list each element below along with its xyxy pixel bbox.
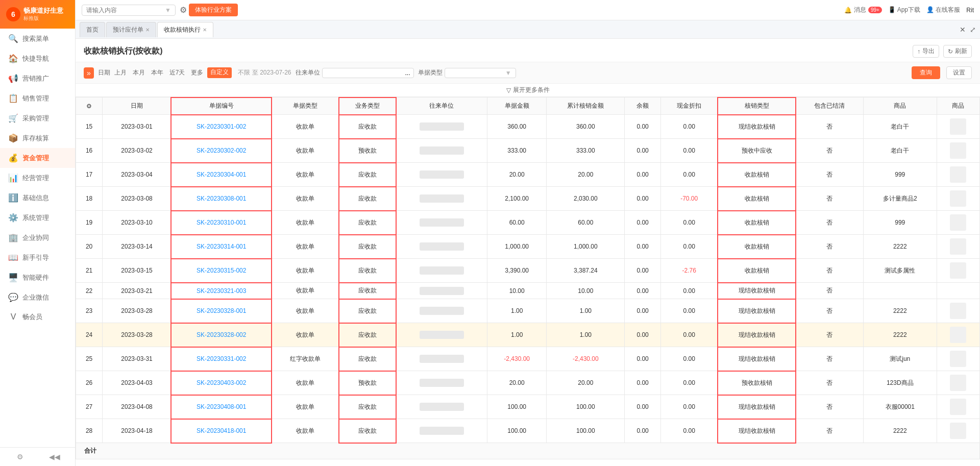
doc-type-select[interactable]: ▼: [445, 68, 516, 78]
col-balance-header[interactable]: 余额: [625, 97, 660, 115]
sidebar-item-basic[interactable]: ℹ️ 基础信息: [0, 188, 75, 208]
sidebar-label-purchase: 采购管理: [22, 114, 49, 123]
cell-no-7: 22: [76, 283, 103, 299]
col-date-header[interactable]: 日期: [103, 97, 172, 115]
topbar-search-input[interactable]: [86, 7, 163, 14]
tab-receipt-exec[interactable]: 收款核销执行 ✕: [157, 22, 213, 37]
refresh-btn[interactable]: ↻ 刷新: [943, 45, 972, 58]
doc-no-link-13[interactable]: SK-20230418-001: [197, 427, 246, 434]
filter-settings-btn[interactable]: 设置: [946, 66, 972, 79]
col-biz-type-header[interactable]: 业务类型: [339, 97, 396, 115]
this-year-btn[interactable]: 本年: [149, 67, 165, 78]
sidebar-settings-btn[interactable]: ⚙: [5, 453, 36, 461]
doc-no-link-6[interactable]: SK-20230315-002: [197, 267, 246, 274]
doc-no-link-1[interactable]: SK-20230302-002: [197, 147, 246, 154]
sidebar-item-search[interactable]: 🔍 搜索菜单: [0, 29, 75, 48]
cell-goods-img-6: [937, 259, 979, 283]
cell-goods-4: 999: [863, 211, 937, 235]
user-avatar[interactable]: Rit: [966, 7, 974, 14]
tab-prepay-close[interactable]: ✕: [145, 27, 150, 33]
col-goods-header[interactable]: 商品: [863, 97, 937, 115]
goods-thumb-6: [950, 262, 966, 279]
tab-prepay[interactable]: 预计应付单 ✕: [106, 22, 156, 37]
col-include-settled-header[interactable]: 包含已结清: [796, 97, 863, 115]
cell-goods-img-8: [937, 299, 979, 323]
data-table: ⚙ 日期 单据编号 单据类型 业务类型 往来单位 单据金额 累计核销金额 余额 …: [76, 97, 980, 459]
date-filter-group: 日期 上月 本月 本年 近7天 更多 自定义 不限 至 2023-07-26: [98, 67, 291, 78]
cell-include-settled-0: 否: [796, 115, 863, 139]
topbar-config-icon[interactable]: ⚙: [180, 5, 187, 15]
sidebar-item-inventory[interactable]: 📦 库存核算: [0, 128, 75, 148]
cell-partner-6: ██████: [396, 259, 487, 283]
date-range-text: 不限 至 2023-07-26: [238, 68, 291, 77]
doc-no-link-12[interactable]: SK-20230408-001: [197, 403, 246, 410]
app-download-btn[interactable]: 📱 App下载: [888, 6, 920, 14]
custom-date-btn[interactable]: 自定义: [207, 67, 232, 78]
tab-expand-btn[interactable]: ⤢: [970, 26, 976, 34]
cell-balance-2: 0.00: [625, 163, 660, 187]
cell-goods-12: 衣服00001: [863, 395, 937, 419]
doc-no-link-2[interactable]: SK-20230304-001: [197, 171, 246, 178]
sidebar-logo: 6 畅康道好生意 标推版: [0, 0, 75, 29]
cell-include-settled-9: 否: [796, 323, 863, 347]
sidebar-item-system[interactable]: ⚙️ 系统管理: [0, 208, 75, 228]
cell-discount-4: 0.00: [660, 211, 718, 235]
doc-no-link-10[interactable]: SK-20230331-002: [197, 355, 246, 362]
last-7days-btn[interactable]: 近7天: [167, 67, 187, 78]
tab-home[interactable]: 首页: [80, 22, 105, 37]
cell-doc-type-13: 收款单: [272, 419, 339, 443]
tab-close-all-btn[interactable]: ✕: [960, 26, 966, 34]
doc-no-link-9[interactable]: SK-20230328-002: [197, 331, 246, 338]
export-btn[interactable]: ↑ 导出: [913, 45, 939, 58]
sidebar-item-marketing[interactable]: 📢 营销推广: [0, 68, 75, 88]
sidebar-item-finance[interactable]: 💰 资金管理: [0, 148, 75, 168]
partner-input-wrapper[interactable]: ...: [322, 68, 414, 78]
col-cancel-type-header[interactable]: 核销类型: [718, 97, 796, 115]
doc-no-link-8[interactable]: SK-20230328-001: [197, 307, 246, 314]
sidebar-item-guide[interactable]: 📖 新手引导: [0, 248, 75, 267]
doc-no-link-4[interactable]: SK-20230310-001: [197, 219, 246, 226]
sidebar-item-corp[interactable]: 🏢 企业协同: [0, 228, 75, 248]
tab-receipt-exec-close[interactable]: ✕: [203, 27, 207, 33]
cell-partner-1: ██████: [396, 139, 487, 163]
col-goods2-header[interactable]: 商品: [937, 97, 979, 115]
expand-more-btn[interactable]: ▽ 展开更多条件: [506, 86, 550, 94]
query-btn[interactable]: 查询: [912, 66, 940, 79]
sidebar-item-purchase[interactable]: 🛒 采购管理: [0, 108, 75, 128]
sidebar-collapse-btn[interactable]: ◀◀: [40, 453, 70, 461]
partner-input[interactable]: [326, 69, 405, 77]
cell-cum-cancel-4: 60.00: [547, 211, 625, 235]
col-discount-header[interactable]: 现金折扣: [660, 97, 718, 115]
this-month-btn[interactable]: 本月: [131, 67, 147, 78]
col-cum-cancel-header[interactable]: 累计核销金额: [547, 97, 625, 115]
last-month-btn[interactable]: 上月: [112, 67, 129, 78]
col-settings-header[interactable]: ⚙: [76, 97, 103, 115]
sidebar-item-member[interactable]: V 畅会员: [0, 307, 75, 327]
more-date-btn[interactable]: 更多: [189, 67, 205, 78]
sidebar: 6 畅康道好生意 标推版 🔍 搜索菜单 🏠 快捷导航 📢 营销推广 📋 销售管理…: [0, 0, 76, 466]
col-partner-header[interactable]: 往来单位: [396, 97, 487, 115]
sidebar-icon-operation: 📊: [8, 173, 18, 183]
sidebar-item-hardware[interactable]: 🖥️ 智能硬件: [0, 267, 75, 287]
col-doc-type-header[interactable]: 单据类型: [272, 97, 339, 115]
doc-no-link-7[interactable]: SK-20230321-003: [197, 287, 246, 295]
cell-no-5: 20: [76, 235, 103, 259]
doc-no-link-0[interactable]: SK-20230301-002: [197, 123, 246, 130]
cell-doc-no-2: SK-20230304-001: [171, 163, 272, 187]
filter-toggle-btn[interactable]: »: [84, 67, 94, 79]
expand-more-icon: ▽: [506, 87, 511, 94]
col-amount-header[interactable]: 单据金额: [487, 97, 546, 115]
cell-date-3: 2023-03-08: [103, 187, 172, 211]
doc-no-link-3[interactable]: SK-20230308-001: [197, 195, 246, 202]
online-service-btn[interactable]: 👤 在线客服: [926, 6, 960, 14]
sidebar-item-wechat[interactable]: 💬 企业微信: [0, 287, 75, 307]
solution-btn[interactable]: 体验行业方案: [189, 4, 238, 16]
doc-no-link-11[interactable]: SK-20230403-002: [197, 379, 246, 386]
doc-no-link-5[interactable]: SK-20230314-001: [197, 243, 246, 250]
notice-btn[interactable]: 🔔 消息 99+: [844, 6, 882, 14]
sidebar-item-sales[interactable]: 📋 销售管理: [0, 88, 75, 108]
sidebar-item-quick-nav[interactable]: 🏠 快捷导航: [0, 48, 75, 68]
logo-title: 畅康道好生意: [23, 7, 63, 15]
col-doc-no-header[interactable]: 单据编号: [171, 97, 272, 115]
sidebar-item-operation[interactable]: 📊 经营管理: [0, 168, 75, 188]
